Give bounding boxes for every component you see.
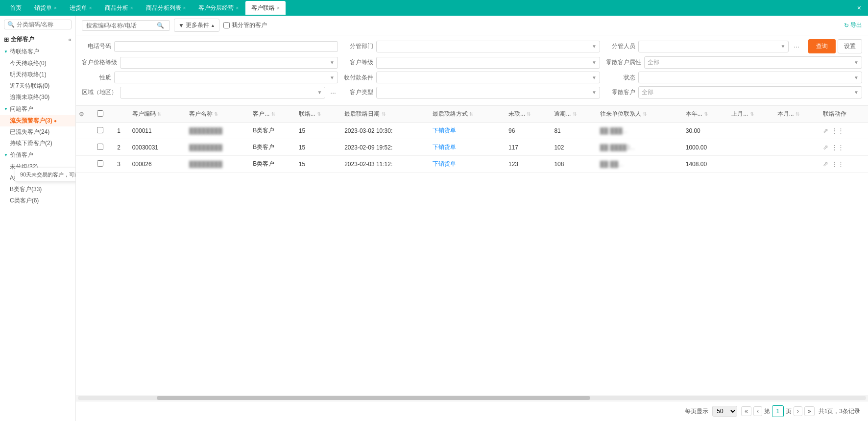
sidebar-search-input[interactable] [17,21,68,28]
my-customers-checkbox[interactable] [223,22,230,28]
sidebar-section-title-0[interactable]: ▼ 待联络客户 [0,46,75,58]
filter-price-level-select[interactable]: ▼ [120,57,338,69]
per-page-select[interactable]: 50 100 200 [712,406,737,417]
nav-tab-销货单[interactable]: 销货单 × [28,1,63,15]
row-select-checkbox[interactable] [97,127,103,133]
filter-payment: 收付款条件 ▼ [344,72,600,83]
customer-table: ⚙ 客户编码 ⇅ 客户名称 ⇅ 客户... ⇅ 联络... ⇅ 最后联络日期 ⇅… [76,106,868,173]
my-customers-checkbox-label[interactable]: 我分管的客户 [223,21,267,29]
action-link-icon[interactable]: ⇗ [823,144,828,151]
nav-tab-商品分析列表[interactable]: 商品分析列表 × [140,1,192,15]
row-select-checkbox[interactable] [97,144,103,150]
sidebar-item-2-3[interactable]: C类客户(6) [0,195,75,206]
row-checkbox[interactable] [94,123,114,139]
col-this-month[interactable]: 本月... ⇅ [774,106,820,123]
sidebar-item-1-0[interactable]: 流失预警客户(3) ● [0,115,75,126]
col-last-contact-type[interactable]: 最后联络方式 ⇅ [430,106,506,123]
row-last-contact-type[interactable]: 下销货单 [430,123,506,139]
last-contact-link[interactable]: 下销货单 [433,144,456,150]
tab-close-icon[interactable]: × [130,5,133,11]
nav-tab-商品分析[interactable]: 商品分析 × [99,1,139,15]
nav-tab-首页[interactable]: 首页 [4,1,27,15]
filter-department-select[interactable]: ▼ [376,41,600,52]
filter-customer-level-select[interactable]: ▼ [376,57,600,69]
col-name[interactable]: 客户名称 ⇅ [186,106,250,123]
sidebar-item-0-0[interactable]: 今天待联络(0) [0,58,75,69]
tab-close-icon[interactable]: × [54,5,57,11]
first-page-button[interactable]: « [741,406,751,416]
setting-button[interactable]: 设置 [838,39,862,53]
sidebar-item-0-2[interactable]: 近7天待联络(0) [0,80,75,92]
window-close-button[interactable]: × [854,3,864,13]
action-grid-icon[interactable]: ⋮⋮ [831,144,844,151]
tab-close-icon[interactable]: × [89,5,92,11]
col-code[interactable]: 客户编码 ⇅ [129,106,186,123]
search-submit-icon[interactable]: 🔍 [157,22,164,29]
sidebar-item-1-1[interactable]: 已流失客户(24) [0,126,75,138]
sidebar-item-2-2[interactable]: B类客户(33) [0,184,75,195]
filter-nature-select[interactable]: ▼ [114,72,338,83]
row-checkbox[interactable] [94,139,114,156]
horizontal-scrollbar[interactable] [76,395,868,401]
select-all-checkbox[interactable] [97,110,103,117]
row-last-contact-type[interactable]: 下销货单 [430,139,506,156]
filter-customer-type-select[interactable]: ▼ [376,87,600,99]
nav-tab-进货单[interactable]: 进货单 × [64,1,98,15]
filter-region-select[interactable]: ▼ [120,87,325,99]
more-conditions-button[interactable]: ▼ 更多条件 ▲ [174,19,219,32]
export-button[interactable]: ↻ 导出 [844,21,862,29]
filter-phone-input[interactable] [114,41,338,52]
manager-more-button[interactable]: ··· [792,43,801,50]
prev-page-button[interactable]: ‹ [753,406,762,416]
tab-close-icon[interactable]: × [277,5,280,11]
action-link-icon[interactable]: ⇗ [823,127,828,134]
row-checkbox[interactable] [94,156,114,173]
row-last-month [728,156,774,173]
col-no-contact[interactable]: 未联... ⇅ [506,106,551,123]
sidebar-all-customers[interactable]: ⊞ 全部客户 « [0,33,75,46]
col-last-contact-date[interactable]: 最后联络日期 ⇅ [341,106,429,123]
action-grid-icon[interactable]: ⋮⋮ [831,127,844,134]
sidebar-item-0-3[interactable]: 逾期未联络(30) [0,92,75,103]
next-page-button[interactable]: › [794,406,802,416]
query-button[interactable]: 查询 [808,39,836,53]
row-this-year: 30.00 [683,123,728,139]
nav-tab-客户联络[interactable]: 客户联络 × [245,1,286,15]
nav-tab-客户分层经营[interactable]: 客户分层经营 × [193,1,244,15]
action-grid-icon[interactable]: ⋮⋮ [831,160,844,168]
scrollbar-thumb[interactable] [157,396,590,400]
row-last-contact-type[interactable]: 下销货单 [430,156,506,173]
filter-status-select[interactable]: ▼ [638,72,862,83]
col-checkbox[interactable] [94,106,114,123]
col-unit-contact[interactable]: 往来单位联系人 ⇅ [597,106,683,123]
sidebar-section-title-2[interactable]: ▼ 价值客户 [0,149,75,161]
col-this-year[interactable]: 本年... ⇅ [683,106,728,123]
sidebar-item-1-2[interactable]: 持续下滑客户(2) [0,138,75,149]
chevron-down-icon-2: ▼ [780,44,785,49]
region-more-button[interactable]: ··· [328,89,338,97]
last-contact-link[interactable]: 下销货单 [433,160,456,167]
row-action: ⇗ ⋮⋮ [820,123,868,139]
last-page-button[interactable]: » [804,406,815,416]
filter-retail-attr-select[interactable]: 全部 ▼ [644,56,862,69]
filter-retail-customer-select[interactable]: 全部 ▼ [638,86,862,99]
last-contact-link[interactable]: 下销货单 [433,127,456,134]
sidebar-search-box[interactable]: 🔍 [4,20,72,29]
action-link-icon[interactable]: ⇗ [823,160,828,168]
filter-manager-select[interactable]: ▼ [638,41,789,52]
row-select-checkbox[interactable] [97,160,103,167]
main-search-box[interactable]: 🔍 [82,20,170,31]
tab-close-icon[interactable]: × [236,5,239,11]
sidebar-section-title-1[interactable]: ▼ 问题客户 [0,103,75,115]
sidebar-collapse-button[interactable]: « [68,36,72,43]
filter-payment-select[interactable]: ▼ [376,72,600,83]
tab-close-icon[interactable]: × [183,5,186,11]
col-last-month[interactable]: 上月... ⇅ [728,106,774,123]
main-search-input[interactable] [86,22,155,29]
sidebar-item-0-1[interactable]: 明天待联络(1) [0,69,75,80]
col-contact[interactable]: 联络... ⇅ [296,106,341,123]
col-type[interactable]: 客户... ⇅ [250,106,295,123]
col-gear[interactable]: ⚙ [76,106,94,123]
row-code: 000026 [129,156,186,173]
col-overdue[interactable]: 逾期... ⇅ [551,106,597,123]
